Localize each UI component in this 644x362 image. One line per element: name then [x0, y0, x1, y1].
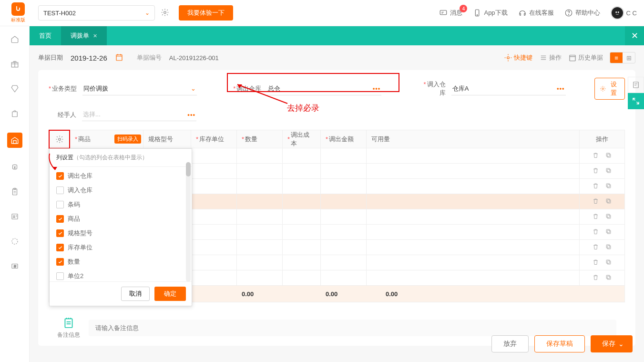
help-link[interactable]: 帮助中心 [564, 9, 600, 17]
copy-icon[interactable] [605, 228, 612, 237]
nav-diamond-icon[interactable] [9, 83, 20, 94]
footer-actions: 放弃 保存草稿 保存⌄ [491, 335, 633, 352]
svg-rect-29 [607, 200, 611, 203]
checkbox-icon [56, 244, 64, 251]
nav-clipboard-icon[interactable] [9, 186, 20, 197]
gear-icon[interactable] [161, 8, 169, 18]
scan-input-tag[interactable]: 扫码录入 [114, 134, 141, 144]
view-list-icon[interactable]: ≡ [610, 52, 623, 63]
side-expand-icon[interactable] [628, 93, 644, 109]
discard-button[interactable]: 放弃 [491, 335, 529, 352]
svg-rect-24 [606, 153, 610, 156]
messages-link[interactable]: 消息 4 [439, 9, 462, 17]
column-option[interactable]: 调出仓库 [56, 169, 185, 183]
side-note-icon[interactable] [628, 77, 644, 93]
column-option[interactable]: 调入仓库 [56, 183, 185, 197]
nav-money-icon[interactable] [9, 161, 20, 173]
nav-loading-icon[interactable] [9, 236, 20, 247]
delete-icon[interactable] [592, 228, 599, 237]
view-grid-icon[interactable]: ⊞ [623, 52, 635, 63]
org-selector[interactable]: TEST-H002 ⌄ [38, 5, 155, 21]
remarks-input[interactable] [89, 320, 616, 336]
trial-button[interactable]: 我要体验一下 [179, 5, 233, 21]
svg-rect-33 [607, 230, 611, 234]
column-list[interactable]: 调出仓库调入仓库条码商品规格型号库存单位数量单位2 [50, 167, 192, 281]
calendar-icon[interactable] [115, 53, 123, 63]
delete-icon[interactable] [592, 274, 599, 282]
shortcut-link[interactable]: 快捷键 [504, 53, 532, 62]
copy-icon[interactable] [605, 243, 612, 252]
footer-avail: 0.00 [367, 286, 580, 302]
svg-point-22 [58, 138, 61, 140]
column-option[interactable]: 单位2 [56, 269, 185, 281]
column-option[interactable]: 数量 [56, 255, 185, 269]
doc-date-value[interactable]: 2019-12-26 [71, 54, 107, 62]
biz-type-label: *业务类型 [49, 84, 77, 93]
nav-bag-icon[interactable] [9, 108, 20, 119]
delete-icon[interactable] [592, 182, 599, 191]
column-option[interactable]: 库存单位 [56, 240, 185, 255]
column-settings-button[interactable] [49, 130, 70, 148]
svg-point-3 [477, 15, 478, 16]
doc-no-value: AL-20191226-001 [169, 54, 219, 62]
biz-type-select[interactable]: 同价调拨 ⌄ [82, 83, 197, 95]
in-wh-select[interactable]: 仓库A ••• [451, 83, 566, 95]
copy-icon[interactable] [605, 259, 612, 267]
footer-qty: 0.00 [237, 286, 283, 302]
col-unit: *库存单位 [191, 130, 237, 148]
svg-rect-27 [607, 185, 611, 188]
cancel-button[interactable]: 取消 [121, 287, 150, 301]
copy-icon[interactable] [605, 152, 612, 160]
logo-text: 标准版 [11, 17, 25, 23]
history-link[interactable]: 历史单据 [568, 53, 603, 62]
tab-home[interactable]: 首页 [30, 26, 61, 45]
svg-rect-37 [607, 261, 611, 264]
copy-icon[interactable] [605, 197, 612, 206]
delete-icon[interactable] [592, 213, 599, 221]
nav-gift-icon[interactable] [9, 58, 20, 70]
svg-rect-41 [65, 319, 72, 327]
app-download-link[interactable]: App下载 [473, 9, 507, 17]
column-option[interactable]: 商品 [56, 212, 185, 226]
avatar [611, 6, 624, 20]
nav-warehouse-icon[interactable] [7, 133, 22, 148]
delete-icon[interactable] [592, 197, 599, 206]
column-option[interactable]: 条码 [56, 197, 185, 212]
delete-icon[interactable] [592, 259, 599, 267]
out-wh-select[interactable]: 总仓 ••• [267, 83, 381, 95]
doc-date-label: 单据日期 [38, 53, 63, 62]
doc-no-label: 单据编号 [137, 53, 162, 62]
copy-icon[interactable] [605, 274, 612, 282]
scrollbar[interactable] [186, 162, 191, 282]
save-draft-button[interactable]: 保存草稿 [534, 335, 585, 352]
nav-home-icon[interactable] [9, 33, 20, 45]
org-value: TEST-H002 [43, 10, 76, 17]
delete-icon[interactable] [592, 152, 599, 160]
checkbox-icon [56, 229, 64, 237]
tabs-close-all[interactable]: ✕ [625, 26, 644, 45]
nav-new-icon[interactable]: 新 [9, 260, 20, 272]
delete-icon[interactable] [592, 243, 599, 252]
svg-point-14 [13, 216, 15, 217]
nav-contact-icon[interactable] [9, 211, 20, 222]
user-menu[interactable]: C C [611, 6, 637, 20]
doc-toolbar: 快捷键 操作 历史单据 ≡ ⊞ [504, 52, 635, 63]
delete-icon[interactable] [592, 167, 599, 176]
copy-icon[interactable] [605, 213, 612, 221]
close-icon[interactable]: ✕ [93, 33, 97, 39]
column-option[interactable]: 规格型号 [56, 226, 185, 240]
svg-rect-28 [606, 184, 610, 187]
tabs-bar: 首页 调拨单 ✕ ✕ [30, 26, 644, 45]
copy-icon[interactable] [605, 182, 612, 191]
checkbox-icon [56, 272, 64, 280]
ok-button[interactable]: 确定 [154, 287, 186, 301]
settings-button[interactable]: 设置 [594, 78, 625, 100]
copy-icon[interactable] [605, 167, 612, 176]
tab-transfer[interactable]: 调拨单 ✕ [61, 26, 107, 45]
operate-link[interactable]: 操作 [539, 53, 562, 62]
col-product: *商品扫码录入 [70, 130, 143, 148]
handler-select[interactable]: 选择... ••• [82, 108, 196, 121]
save-button[interactable]: 保存⌄ [591, 335, 633, 352]
app-label: App下载 [484, 9, 507, 17]
service-link[interactable]: 在线客服 [518, 9, 554, 17]
